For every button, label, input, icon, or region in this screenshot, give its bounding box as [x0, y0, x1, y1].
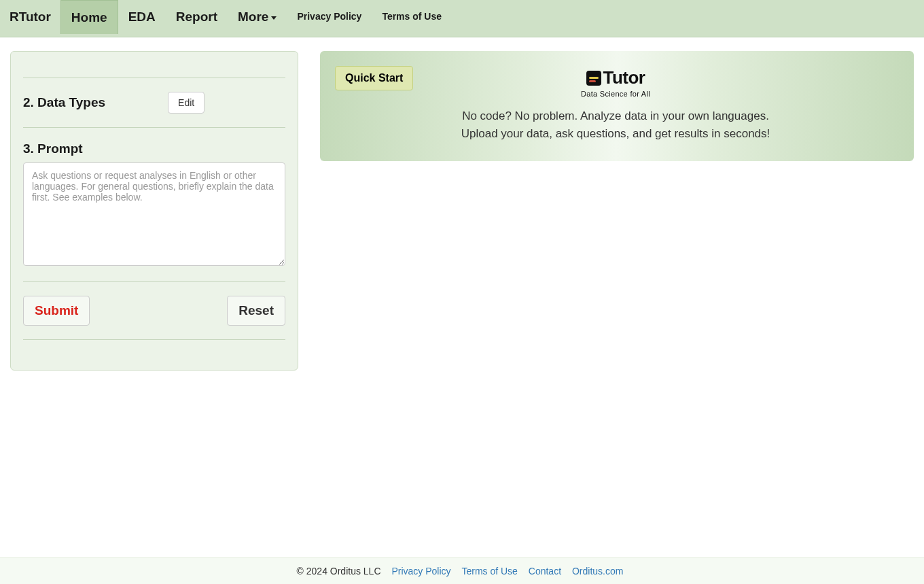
nav-report[interactable]: Report	[166, 0, 228, 34]
hero-panel: Quick Start Tutor Data Science for All N…	[320, 51, 914, 161]
hero-logo: Tutor Data Science for All	[335, 67, 896, 98]
sidebar-panel: 2. Data Types Edit 3. Prompt Submit Rese…	[10, 51, 298, 371]
divider	[23, 339, 285, 340]
submit-button[interactable]: Submit	[23, 296, 90, 326]
brand-title[interactable]: RTutor	[0, 0, 60, 37]
prompt-input[interactable]	[23, 162, 285, 266]
prompt-section: 3. Prompt	[23, 141, 285, 268]
navbar: RTutor Home EDA Report More Privacy Poli…	[0, 0, 924, 37]
prompt-title: 3. Prompt	[23, 141, 285, 156]
footer-contact[interactable]: Contact	[529, 566, 561, 577]
nav-privacy[interactable]: Privacy Policy	[287, 0, 372, 37]
nav-home[interactable]: Home	[60, 0, 118, 34]
action-row: Submit Reset	[23, 296, 285, 326]
footer-copyright: © 2024 Orditus LLC	[297, 566, 381, 577]
hero-tagline: No code? No problem. Analyze data in you…	[335, 107, 896, 143]
footer-privacy[interactable]: Privacy Policy	[391, 566, 450, 577]
data-types-title: 2. Data Types	[23, 95, 105, 110]
tagline-line-2: Upload your data, ask questions, and get…	[335, 125, 896, 143]
tagline-line-1: No code? No problem. Analyze data in you…	[335, 107, 896, 125]
nav-more-label: More	[238, 10, 268, 24]
logo-r-icon	[586, 71, 601, 86]
footer-terms[interactable]: Terms of Use	[461, 566, 517, 577]
footer-orditus[interactable]: Orditus.com	[572, 566, 623, 577]
caret-down-icon	[271, 16, 277, 20]
footer: © 2024 Orditus LLC Privacy Policy Terms …	[0, 557, 924, 584]
divider	[23, 78, 285, 78]
nav-eda[interactable]: EDA	[118, 0, 166, 34]
nav-tabs: Home EDA Report More Privacy Policy Term…	[60, 0, 452, 37]
data-types-section: 2. Data Types Edit	[23, 92, 285, 114]
reset-button[interactable]: Reset	[227, 296, 285, 326]
logo-text: Tutor	[603, 67, 645, 88]
edit-button[interactable]: Edit	[168, 92, 205, 114]
nav-more[interactable]: More	[228, 0, 287, 34]
divider	[23, 281, 285, 282]
logo-main: Tutor	[586, 67, 645, 88]
logo-subtitle: Data Science for All	[581, 90, 650, 98]
main-panel: Quick Start Tutor Data Science for All N…	[320, 51, 914, 371]
quick-start-button[interactable]: Quick Start	[335, 66, 413, 90]
nav-terms[interactable]: Terms of Use	[372, 0, 452, 37]
main-container: 2. Data Types Edit 3. Prompt Submit Rese…	[0, 37, 924, 371]
divider	[23, 127, 285, 128]
